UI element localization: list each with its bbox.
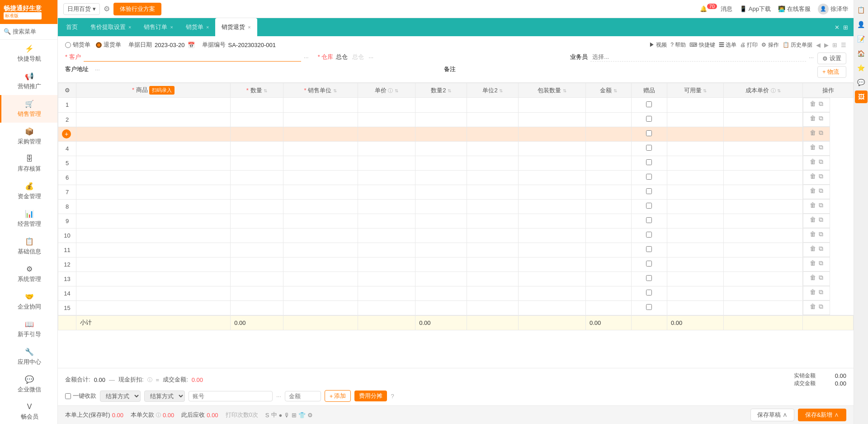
copy-icon[interactable]: ⧉ bbox=[819, 303, 823, 313]
tab-close-all-icon[interactable]: ✕ bbox=[835, 24, 840, 31]
gift-checkbox[interactable] bbox=[646, 188, 652, 194]
print-btn[interactable]: 🖨 打印 bbox=[740, 41, 758, 49]
logistics-button[interactable]: + 物流 bbox=[817, 66, 846, 78]
setup-button[interactable]: ⚙ 设置 bbox=[817, 52, 846, 64]
right-panel-icon-5[interactable]: ⭐ bbox=[855, 62, 868, 74]
copy-icon[interactable]: ⧉ bbox=[819, 245, 823, 255]
right-panel-icon-7[interactable]: 🖼 bbox=[855, 91, 868, 103]
costprice-sort-icon[interactable]: ⇅ bbox=[777, 88, 781, 93]
delete-icon[interactable]: 🗑 bbox=[810, 259, 816, 269]
delete-icon[interactable]: 🗑 bbox=[810, 201, 816, 211]
delete-icon[interactable]: 🗑 bbox=[810, 216, 816, 226]
staff-input[interactable] bbox=[590, 52, 806, 62]
product-cell[interactable] bbox=[76, 170, 231, 185]
tab-menu-icon[interactable]: ⊞ bbox=[843, 24, 848, 31]
gift-checkbox[interactable] bbox=[646, 217, 652, 223]
one-click-pay-checkbox[interactable]: 一键收款 bbox=[65, 392, 96, 400]
account-dots[interactable]: ··· bbox=[276, 393, 281, 400]
select-btn[interactable]: ☰ 选单 bbox=[719, 41, 736, 49]
tab-price-settings[interactable]: 售价提取设置 × bbox=[84, 18, 137, 36]
sidebar-item-marketing[interactable]: 📢 营销推广 bbox=[0, 67, 57, 95]
gift-checkbox[interactable] bbox=[646, 246, 652, 252]
fee-split-button[interactable]: 费用分摊 bbox=[354, 391, 387, 401]
online-service-button[interactable]: 👨‍💻 在线客服 bbox=[778, 5, 811, 13]
tab-sales-return-close[interactable]: × bbox=[248, 24, 250, 30]
customer-input[interactable] bbox=[84, 52, 301, 62]
product-cell[interactable] bbox=[76, 156, 231, 170]
delete-icon[interactable]: 🗑 bbox=[810, 143, 816, 153]
address-dots[interactable]: ··· bbox=[95, 66, 100, 73]
sidebar-item-purchase[interactable]: 📦 采购管理 bbox=[0, 123, 57, 150]
sidebar-item-system[interactable]: ⚙ 系统管理 bbox=[0, 260, 57, 288]
video-btn[interactable]: ▶ 视频 bbox=[649, 41, 667, 49]
tab-sales-return[interactable]: 销货退货 × bbox=[215, 18, 257, 36]
add-payment-button[interactable]: + 添加 bbox=[325, 390, 351, 402]
settlement-select[interactable]: 结算方式 bbox=[100, 391, 141, 402]
delete-icon[interactable]: 🗑 bbox=[810, 288, 816, 298]
fee-split-help-icon[interactable]: ? bbox=[391, 393, 394, 400]
radio-sales-return[interactable]: 退货单 bbox=[96, 41, 121, 49]
product-cell[interactable] bbox=[76, 257, 231, 272]
delete-icon[interactable]: 🗑 bbox=[810, 114, 816, 124]
date-value[interactable]: 2023-03-20 bbox=[155, 42, 185, 48]
product-cell[interactable] bbox=[76, 272, 231, 286]
single-debt-info-icon[interactable]: ⓘ bbox=[156, 412, 161, 419]
right-panel-icon-3[interactable]: 📝 bbox=[855, 33, 868, 45]
gift-checkbox[interactable] bbox=[646, 145, 652, 151]
copy-icon[interactable]: ⧉ bbox=[819, 129, 823, 139]
gift-checkbox[interactable] bbox=[646, 174, 652, 180]
save-draft-button[interactable]: 保存草稿 ∧ bbox=[750, 409, 794, 421]
sidebar-item-enterprise[interactable]: 🤝 企业协同 bbox=[0, 288, 57, 315]
delete-icon[interactable]: 🗑 bbox=[810, 129, 816, 139]
tool-icon-6[interactable]: 👕 bbox=[298, 412, 306, 419]
copy-icon[interactable]: ⧉ bbox=[819, 288, 823, 298]
user-profile[interactable]: 👤 徐泽华 bbox=[818, 4, 848, 14]
gift-checkbox[interactable] bbox=[646, 290, 652, 295]
account-input[interactable] bbox=[189, 391, 273, 401]
tool-icon-5[interactable]: ⊞ bbox=[292, 412, 297, 419]
available-sort-icon[interactable]: ⇅ bbox=[703, 88, 707, 93]
sidebar-item-basic[interactable]: 📋 基础信息 bbox=[0, 233, 57, 260]
tab-sales-order-close[interactable]: × bbox=[170, 24, 173, 30]
shortcut-btn[interactable]: ⌨ 快捷键 bbox=[689, 41, 715, 49]
delete-icon[interactable]: 🗑 bbox=[810, 303, 816, 313]
copy-icon[interactable]: ⧉ bbox=[819, 143, 823, 153]
gift-checkbox[interactable] bbox=[646, 304, 652, 310]
unit-price-info-icon[interactable]: ⓘ bbox=[388, 88, 393, 93]
topbar-gear-icon[interactable]: ⚙ bbox=[104, 5, 110, 13]
gift-checkbox[interactable] bbox=[646, 232, 652, 238]
gift-checkbox[interactable] bbox=[646, 261, 652, 267]
sidebar-item-wechat[interactable]: 💬 企业微信 bbox=[0, 371, 57, 398]
product-cell[interactable] bbox=[76, 214, 231, 228]
product-cell[interactable] bbox=[76, 199, 231, 214]
gift-checkbox[interactable] bbox=[646, 159, 652, 165]
help-btn[interactable]: ? 帮助 bbox=[670, 41, 686, 49]
tab-sales-delivery-close[interactable]: × bbox=[206, 24, 209, 30]
delete-icon[interactable]: 🗑 bbox=[810, 187, 816, 197]
gift-checkbox[interactable] bbox=[646, 275, 652, 281]
copy-icon[interactable]: ⧉ bbox=[819, 259, 823, 269]
qty-sort-icon[interactable]: ⇅ bbox=[264, 88, 267, 93]
tab-sales-delivery[interactable]: 销货单 × bbox=[179, 18, 215, 36]
product-cell[interactable] bbox=[76, 112, 231, 127]
product-input[interactable] bbox=[80, 131, 226, 138]
delete-icon[interactable]: 🗑 bbox=[810, 172, 816, 182]
th-gear[interactable]: ⚙ bbox=[58, 83, 76, 98]
unit-sort-icon[interactable]: ⇅ bbox=[333, 88, 337, 93]
payment-amount-input[interactable] bbox=[285, 391, 321, 401]
warehouse-dots[interactable]: ··· bbox=[368, 54, 373, 61]
delete-icon[interactable]: 🗑 bbox=[810, 100, 816, 110]
tool-icon-4[interactable]: 🎙 bbox=[284, 412, 290, 419]
price-sort-icon[interactable]: ⇅ bbox=[395, 88, 398, 93]
tool-icon-2[interactable]: 中 bbox=[271, 411, 277, 419]
copy-icon[interactable]: ⧉ bbox=[819, 100, 823, 110]
right-panel-icon-1[interactable]: 📋 bbox=[855, 4, 868, 16]
add-row-button[interactable]: + bbox=[62, 129, 71, 138]
right-panel-icon-4[interactable]: 🏠 bbox=[855, 47, 868, 60]
delete-icon[interactable]: 🗑 bbox=[810, 230, 816, 240]
cta-button[interactable]: 体验行业方案 bbox=[113, 3, 161, 15]
copy-icon[interactable]: ⧉ bbox=[819, 230, 823, 240]
gift-checkbox[interactable] bbox=[646, 101, 652, 107]
gift-checkbox[interactable] bbox=[646, 130, 652, 136]
product-cell[interactable] bbox=[76, 228, 231, 243]
